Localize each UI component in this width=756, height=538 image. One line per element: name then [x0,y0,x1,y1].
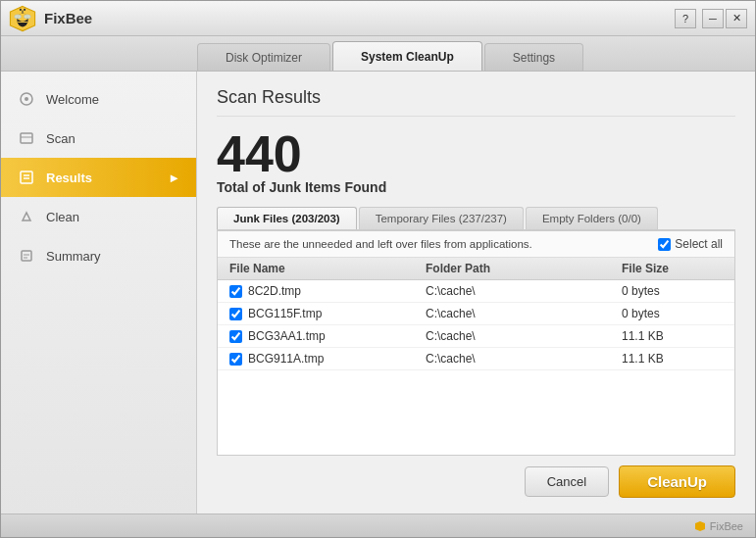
select-all-label[interactable]: Select all [658,237,723,251]
row-filename: BCG3AA1.tmp [229,329,426,343]
table-row: BCG115F.tmp C:\cache\ 0 bytes [218,303,734,325]
table-row: BCG911A.tmp C:\cache\ 11.1 KB [218,348,734,370]
row-filename: BCG115F.tmp [229,307,426,320]
sidebar-item-clean[interactable]: Clean [1,197,196,236]
sidebar-item-scan[interactable]: Scan [1,119,196,158]
svg-point-12 [25,97,28,101]
table-row: BCG3AA1.tmp C:\cache\ 11.1 KB [218,325,734,348]
sub-tab-junk-files[interactable]: Junk Files (203/203) [217,207,357,229]
svg-marker-21 [695,521,705,531]
sidebar-item-summary[interactable]: Summary [1,236,196,275]
row-filename: 8C2D.tmp [229,284,426,298]
svg-rect-18 [22,251,31,261]
bottom-bar: Cancel CleanUp [217,456,735,502]
svg-point-8 [24,14,30,18]
file-size: 0 bytes [622,307,723,320]
file-size: 0 bytes [622,284,723,298]
svg-rect-15 [21,171,32,183]
file-name: 8C2D.tmp [248,284,301,298]
title-bar-left: FixBee [9,5,92,32]
folder-path: C:\cache\ [426,352,622,366]
col-filename: File Name [229,262,426,275]
app-window: FixBee ? ─ ✕ Disk Optimizer System Clean… [0,0,756,538]
svg-point-7 [15,14,22,18]
row-checkbox[interactable] [229,353,242,366]
results-icon [17,168,36,187]
title-bar: FixBee ? ─ ✕ [1,1,755,36]
svg-point-6 [24,8,25,10]
sidebar-label-summary: Summary [46,249,101,264]
junk-count: 440 [217,128,735,179]
row-checkbox[interactable] [229,308,242,320]
folder-path: C:\cache\ [426,329,622,343]
file-list-description: These are the unneeded and left over fil… [229,238,532,250]
file-size: 11.1 KB [622,329,723,343]
app-title: FixBee [44,10,92,26]
minimize-button[interactable]: ─ [702,9,724,28]
folder-path: C:\cache\ [426,284,622,298]
help-button[interactable]: ? [675,9,696,28]
results-chevron-icon: ► [168,171,180,185]
scan-icon [17,128,36,148]
table-body: 8C2D.tmp C:\cache\ 0 bytes BCG115F.tmp C… [218,280,734,455]
sidebar-item-welcome[interactable]: Welcome [1,79,196,119]
home-icon [17,89,36,109]
file-list-area: These are the unneeded and left over fil… [217,230,735,456]
file-size: 11.1 KB [622,352,723,366]
main-content: Welcome Scan [1,72,755,514]
panel-title: Scan Results [217,87,735,117]
col-folder: Folder Path [426,262,622,275]
tabs-row: Disk Optimizer System CleanUp Settings [1,36,755,72]
sidebar-label-clean: Clean [46,210,79,224]
close-button[interactable]: ✕ [726,9,747,28]
sub-tabs: Junk Files (203/203) Temporary Files (23… [217,207,735,230]
sidebar-label-scan: Scan [46,131,76,146]
file-list-header: These are the unneeded and left over fil… [218,231,734,258]
cancel-button[interactable]: Cancel [525,466,609,497]
junk-label: Total of Junk Items Found [217,179,735,195]
sub-tab-temp-files[interactable]: Temporary Files (237/237) [359,207,524,229]
tab-settings[interactable]: Settings [484,43,583,71]
tab-system-cleanup[interactable]: System CleanUp [332,41,482,71]
app-logo [9,5,36,32]
file-name: BCG115F.tmp [248,307,322,320]
sidebar-label-welcome: Welcome [46,92,99,107]
select-all-checkbox[interactable] [658,238,671,251]
summary-icon [17,246,36,266]
title-bar-controls: ? ─ ✕ [675,9,747,28]
col-size: File Size [622,262,723,275]
row-checkbox[interactable] [229,285,242,298]
sidebar-item-results[interactable]: Results ► [1,158,196,197]
sidebar: Welcome Scan [1,72,197,514]
svg-rect-13 [21,133,32,143]
row-checkbox[interactable] [229,330,242,343]
svg-point-5 [20,8,22,10]
footer-brand-text: FixBee [710,520,743,532]
right-panel: Scan Results 440 Total of Junk Items Fou… [197,72,755,514]
footer: FixBee [1,514,755,537]
cleanup-button[interactable]: CleanUp [619,465,735,498]
file-name: BCG3AA1.tmp [248,329,326,343]
sub-tab-empty-folders[interactable]: Empty Folders (0/0) [526,207,658,229]
folder-path: C:\cache\ [426,307,622,320]
table-header: File Name Folder Path File Size [218,258,734,280]
table-row: 8C2D.tmp C:\cache\ 0 bytes [218,280,734,303]
footer-logo-icon [694,520,706,532]
tab-disk-optimizer[interactable]: Disk Optimizer [197,43,330,71]
clean-icon [17,207,36,226]
row-filename: BCG911A.tmp [229,352,426,366]
footer-brand: FixBee [694,520,743,532]
select-all-text: Select all [675,237,723,251]
file-name: BCG911A.tmp [248,352,324,366]
sidebar-label-results: Results [46,171,92,185]
